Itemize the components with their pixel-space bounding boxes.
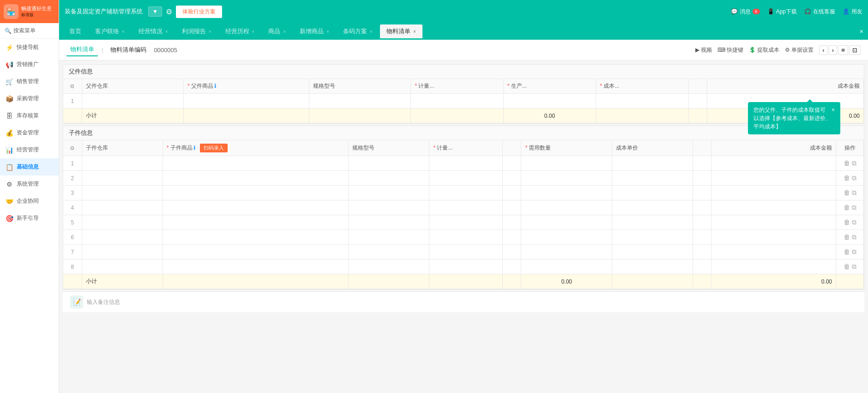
copy-icon-4[interactable]: ⧉ <box>852 204 856 212</box>
child-goods-cell-3[interactable] <box>163 186 349 200</box>
user-menu[interactable]: 👤 用友 <box>843 8 862 16</box>
child-unitcost-cell-8[interactable] <box>612 260 693 274</box>
child-unitcost-cell-3[interactable] <box>612 186 693 200</box>
child-amount-cell-4[interactable] <box>711 200 836 215</box>
experience-btn[interactable]: 体验行业方案 <box>176 6 222 18</box>
child-amount-cell-2[interactable] <box>711 171 836 186</box>
child-goods-cell-8[interactable] <box>163 260 349 274</box>
child-qty-cell-4[interactable] <box>521 200 612 215</box>
child-warehouse-cell-8[interactable] <box>82 260 163 274</box>
child-amount-cell-8[interactable] <box>711 260 836 274</box>
tab-goods[interactable]: 商品 × <box>262 24 292 38</box>
next-page-btn[interactable]: › <box>829 45 837 55</box>
child-spec-cell-1[interactable] <box>349 156 429 171</box>
child-amount-cell-1[interactable] <box>711 156 836 171</box>
child-spec-cell-8[interactable] <box>349 260 429 274</box>
copy-icon-6[interactable]: ⧉ <box>852 233 856 241</box>
delete-icon-4[interactable]: 🗑 <box>844 204 850 212</box>
parent-goods-cell[interactable] <box>184 94 309 109</box>
note-icon[interactable]: 📝 <box>70 296 83 308</box>
close-tab-barcode[interactable]: × <box>370 29 373 34</box>
child-goods-info-icon[interactable]: ℹ <box>193 145 196 151</box>
parent-unit-cell[interactable] <box>411 94 503 109</box>
copy-icon-5[interactable]: ⧉ <box>852 218 856 226</box>
child-qty-cell-5[interactable] <box>521 215 612 230</box>
shortcut-btn[interactable]: ⌨ 快捷键 <box>717 46 743 54</box>
child-unit-cell-1[interactable] <box>429 156 503 171</box>
child-amount-cell-7[interactable] <box>711 245 836 260</box>
delete-icon-2[interactable]: 🗑 <box>844 174 850 182</box>
child-qty-cell-3[interactable] <box>521 186 612 200</box>
sidebar-item-quick-nav[interactable]: ⚡ 快捷导航 <box>0 39 59 56</box>
messages-btn[interactable]: 💬 消息 6 <box>731 8 760 16</box>
close-tab-new-goods[interactable]: × <box>326 29 329 34</box>
child-qty-cell-2[interactable] <box>521 171 612 186</box>
child-unit-cell-4[interactable] <box>429 200 503 215</box>
child-spec-cell-6[interactable] <box>349 230 429 245</box>
parent-goods-info-icon[interactable]: ℹ <box>214 83 217 89</box>
sidebar-item-sales[interactable]: 🛒 销售管理 <box>0 73 59 90</box>
child-goods-cell-2[interactable] <box>163 171 349 186</box>
child-unit-cell-8[interactable] <box>429 260 503 274</box>
parent-produce-cell[interactable] <box>503 94 596 109</box>
tooltip-close-btn[interactable]: × <box>832 106 835 114</box>
parent-cost-cell[interactable] <box>596 94 688 109</box>
child-warehouse-cell-6[interactable] <box>82 230 163 245</box>
parent-spec-cell[interactable] <box>309 94 411 109</box>
child-qty-cell-7[interactable] <box>521 245 612 260</box>
settings-icon[interactable]: ⚙ <box>166 7 172 16</box>
sidebar-item-marketing[interactable]: 📢 营销推广 <box>0 56 59 73</box>
delete-icon-5[interactable]: 🗑 <box>844 218 850 226</box>
child-unitcost-cell-7[interactable] <box>612 245 693 260</box>
child-warehouse-cell-5[interactable] <box>82 215 163 230</box>
child-unitcost-cell-6[interactable] <box>612 230 693 245</box>
system-dropdown[interactable]: ▼ <box>148 6 162 17</box>
child-unitcost-cell-1[interactable] <box>612 156 693 171</box>
sidebar-item-inventory[interactable]: 🗄 库存核算 <box>0 107 59 124</box>
sidebar-item-guide[interactable]: 🎯 新手引导 <box>0 210 59 227</box>
child-unit-cell-7[interactable] <box>429 245 503 260</box>
delete-icon-1[interactable]: 🗑 <box>844 159 850 167</box>
close-tab-profit[interactable]: × <box>209 29 211 34</box>
child-gear-icon[interactable]: ⚙ <box>70 145 75 151</box>
child-amount-cell-5[interactable] <box>711 215 836 230</box>
tab-bom[interactable]: 物料清单 × <box>380 24 422 38</box>
child-spec-cell-4[interactable] <box>349 200 429 215</box>
copy-icon-1[interactable]: ⧉ <box>852 159 856 167</box>
child-spec-cell-7[interactable] <box>349 245 429 260</box>
child-unit-cell-6[interactable] <box>429 230 503 245</box>
prev-page-btn[interactable]: ‹ <box>819 45 827 55</box>
child-warehouse-cell-4[interactable] <box>82 200 163 215</box>
child-amount-cell-6[interactable] <box>711 230 836 245</box>
app-download-btn[interactable]: 📱 App下载 <box>767 8 797 16</box>
tab-operations[interactable]: 经营情况 × <box>132 24 175 38</box>
sidebar-item-finance[interactable]: 💰 资金管理 <box>0 124 59 141</box>
close-tab-operations[interactable]: × <box>165 29 168 34</box>
sidebar-item-purchase[interactable]: 📦 采购管理 <box>0 90 59 107</box>
child-warehouse-cell-3[interactable] <box>82 186 163 200</box>
child-qty-cell-6[interactable] <box>521 230 612 245</box>
tab-history[interactable]: 经营历程 × <box>219 24 261 38</box>
sidebar-item-enterprise[interactable]: 🤝 企业协同 <box>0 193 59 210</box>
child-warehouse-cell-2[interactable] <box>82 171 163 186</box>
expand-btn[interactable]: ⊡ <box>849 45 861 55</box>
child-unitcost-cell-5[interactable] <box>612 215 693 230</box>
menu-btn[interactable]: ≡ <box>838 45 848 55</box>
child-goods-cell-6[interactable] <box>163 230 349 245</box>
close-tab-customers[interactable]: × <box>122 29 125 34</box>
gear-icon[interactable]: ⚙ <box>70 83 75 90</box>
copy-icon-8[interactable]: ⧉ <box>852 263 856 271</box>
child-amount-cell-3[interactable] <box>711 186 836 200</box>
tab-barcode[interactable]: 条码方案 × <box>337 24 379 38</box>
parent-warehouse-cell[interactable] <box>82 94 184 109</box>
child-unitcost-cell-4[interactable] <box>612 200 693 215</box>
child-unitcost-cell-2[interactable] <box>612 171 693 186</box>
child-spec-cell-3[interactable] <box>349 186 429 200</box>
delete-icon-8[interactable]: 🗑 <box>844 263 850 271</box>
child-spec-cell-2[interactable] <box>349 171 429 186</box>
tab-profit[interactable]: 利润报告 × <box>175 24 218 38</box>
child-goods-cell-5[interactable] <box>163 215 349 230</box>
online-service-btn[interactable]: 🎧 在线客服 <box>804 8 835 16</box>
child-unit-cell-2[interactable] <box>429 171 503 186</box>
sidebar-item-basic-info[interactable]: 📋 基础信息 <box>0 158 59 175</box>
